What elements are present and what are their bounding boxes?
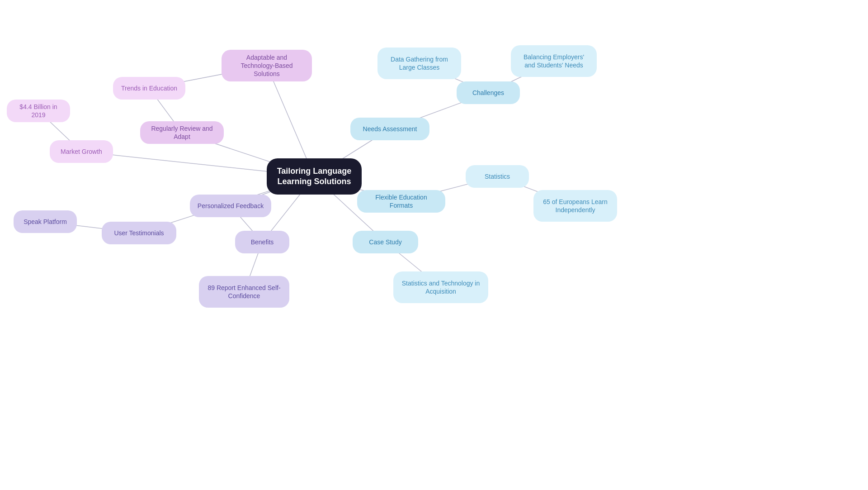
node-market-growth[interactable]: Market Growth xyxy=(50,140,113,163)
node-needs-assessment[interactable]: Needs Assessment xyxy=(350,118,429,140)
node-balancing[interactable]: Balancing Employers' and Students' Needs xyxy=(511,45,597,77)
node-speak-platform[interactable]: Speak Platform xyxy=(14,210,77,233)
node-billion[interactable]: $4.4 Billion in 2019 xyxy=(7,100,70,122)
node-regularly[interactable]: Regularly Review and Adapt xyxy=(140,121,224,144)
center-label: Tailoring Language Learning Solutions xyxy=(274,166,354,187)
node-personalized[interactable]: Personalized Feedback xyxy=(190,195,271,217)
node-challenges[interactable]: Challenges xyxy=(457,81,520,104)
node-case-study[interactable]: Case Study xyxy=(353,231,418,253)
node-benefits[interactable]: Benefits xyxy=(235,231,289,253)
node-stats-tech[interactable]: Statistics and Technology in Acquisition xyxy=(393,271,488,303)
node-data-gathering[interactable]: Data Gathering from Large Classes xyxy=(377,48,461,79)
node-flexible[interactable]: Flexible Education Formats xyxy=(357,190,445,213)
node-adaptable[interactable]: Adaptable and Technology-Based Solutions xyxy=(222,50,312,81)
center-node[interactable]: Tailoring Language Learning Solutions xyxy=(267,158,362,195)
node-europeans[interactable]: 65 of Europeans Learn Independently xyxy=(533,190,617,222)
node-user-testimonials[interactable]: User Testimonials xyxy=(102,222,176,244)
node-statistics[interactable]: Statistics xyxy=(466,165,529,188)
node-trends[interactable]: Trends in Education xyxy=(113,77,185,100)
node-report[interactable]: 89 Report Enhanced Self-Confidence xyxy=(199,276,289,308)
